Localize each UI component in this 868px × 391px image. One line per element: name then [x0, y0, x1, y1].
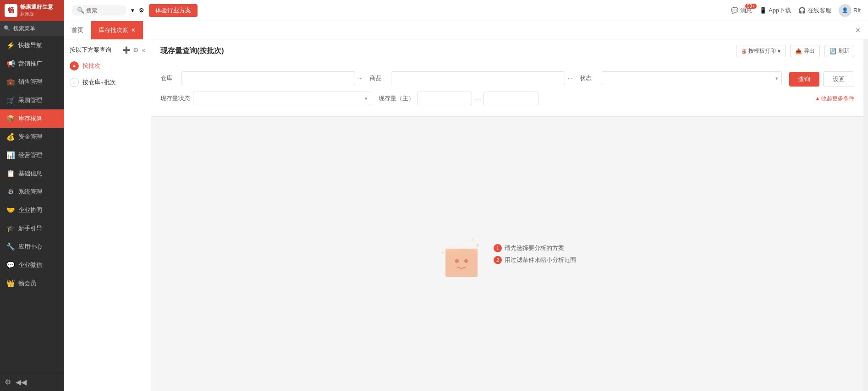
- product-more-icon[interactable]: ···: [568, 75, 572, 81]
- sidebar-item-wechat[interactable]: 💬 企业微信: [0, 256, 64, 274]
- status-select[interactable]: [601, 71, 782, 85]
- collapse-icon[interactable]: ◀◀: [16, 378, 27, 386]
- status-label: 状态: [580, 74, 598, 82]
- sidebar-item-enterprise[interactable]: 🤝 企业协同: [0, 201, 64, 219]
- sidebar-item-operations[interactable]: 📊 经营管理: [0, 146, 64, 164]
- stock-status-label: 现存量状态: [160, 94, 190, 103]
- purchase-icon: 🛒: [6, 96, 15, 104]
- stock-status-filter: 现存量状态: [160, 92, 371, 105]
- stock-status-select[interactable]: [193, 92, 371, 105]
- message-icon: 💬: [731, 7, 738, 14]
- refresh-btn[interactable]: 🔄 刷新: [824, 45, 854, 57]
- settings-icon[interactable]: ⚙: [5, 378, 11, 386]
- panel-header-title: 按以下方案查询: [70, 46, 111, 54]
- page-title: 现存量查询(按批次): [160, 46, 224, 56]
- warehouse-more-icon[interactable]: ···: [358, 75, 363, 81]
- status-filter: 状态: [580, 71, 782, 85]
- stock-amount-min[interactable]: [417, 92, 472, 105]
- basic-info-icon: 📋: [6, 169, 15, 178]
- step-2-num: 2: [494, 256, 502, 264]
- warehouse-batch-scheme-icon: ○: [70, 78, 79, 87]
- tab-close-icon[interactable]: ✕: [131, 27, 136, 33]
- refresh-icon: 🔄: [830, 48, 836, 54]
- search-menu[interactable]: 🔍 搜索菜单: [0, 21, 64, 36]
- empty-svg: ✦ ✦ ✦: [439, 231, 489, 282]
- sidebar-item-label: 企业协同: [18, 206, 42, 214]
- sidebar-header: 畅 畅康通好生意 标准版: [0, 0, 64, 21]
- search-menu-label: 搜索菜单: [13, 25, 35, 33]
- left-panel: 按以下方案查询 ➕ ⚙ « ● 按批次 ○ 按仓库+批次: [64, 39, 151, 391]
- right-scrollbar[interactable]: [863, 39, 868, 391]
- filter-area: 仓库 ··· 商品 ··· 状态: [151, 63, 863, 117]
- sidebar-item-label: 新手引导: [18, 224, 42, 233]
- step-1-text: 请先选择要分析的方案: [505, 244, 564, 252]
- finance-icon: 💰: [6, 133, 15, 141]
- svg-point-4: [455, 259, 459, 263]
- refresh-label: 刷新: [838, 47, 849, 55]
- sidebar-item-system[interactable]: ⚙ 系统管理: [0, 183, 64, 201]
- stock-amount-filter: 现存量（主） —: [379, 92, 589, 105]
- sidebar-item-purchase[interactable]: 🛒 采购管理: [0, 91, 64, 109]
- sidebar-item-vip[interactable]: 👑 畅会员: [0, 274, 64, 293]
- print-btn[interactable]: 🖨 按模板打印 ▾: [736, 45, 786, 57]
- print-icon: 🖨: [741, 48, 747, 54]
- sidebar-item-label: 基础信息: [18, 169, 42, 178]
- topbar-gear-icon[interactable]: ⚙: [139, 7, 144, 14]
- svg-text:✦: ✦: [471, 238, 474, 242]
- warehouse-input[interactable]: [181, 71, 355, 85]
- empty-step-1: 1 请先选择要分析的方案: [494, 244, 576, 252]
- product-filter: 商品 ···: [370, 71, 572, 85]
- marketing-icon: 📢: [6, 60, 15, 68]
- sidebar-item-label: 营销推广: [18, 60, 42, 68]
- app-download-btn[interactable]: 📱 App下载: [759, 6, 791, 15]
- messages-badge: 99+: [745, 4, 757, 9]
- settings-button[interactable]: 设置: [823, 71, 854, 87]
- phone-icon: 📱: [759, 7, 767, 14]
- main-area: 🔍 ▾ ⚙ 体验行业方案 💬 消息 99+ 📱 App下载 🎧 在线客服 👤 R: [64, 0, 868, 391]
- export-icon: 📤: [795, 48, 802, 54]
- stock-amount-max[interactable]: [483, 92, 538, 105]
- tabbar: 首页 库存批次账 ✕ ✕: [64, 21, 868, 39]
- tab-home[interactable]: 首页: [64, 21, 91, 39]
- sidebar-item-marketing[interactable]: 📢 营销推广: [0, 54, 64, 73]
- tab-inventory-batch-label: 库存批次账: [99, 26, 128, 34]
- sidebar-item-inventory[interactable]: 📦 库存核算: [0, 109, 64, 128]
- sidebar-item-apps[interactable]: 🔧 应用中心: [0, 238, 64, 256]
- online-service-label: 在线客服: [808, 6, 831, 15]
- topbar-actions: 💬 消息 99+ 📱 App下载 🎧 在线客服 👤 Rit: [731, 4, 861, 17]
- step-2-text: 用过滤条件来缩小分析范围: [505, 256, 576, 264]
- sidebar-item-finance[interactable]: 💰 资金管理: [0, 128, 64, 146]
- online-service-btn[interactable]: 🎧 在线客服: [798, 6, 831, 15]
- tabbar-close-icon[interactable]: ✕: [855, 27, 861, 34]
- sidebar-item-newbie[interactable]: 🎓 新手引导: [0, 219, 64, 238]
- product-input[interactable]: [391, 71, 565, 85]
- messages-btn[interactable]: 💬 消息 99+: [731, 6, 752, 15]
- empty-text: 1 请先选择要分析的方案 2 用过滤条件来缩小分析范围: [494, 244, 576, 264]
- page-header-actions: 🖨 按模板打印 ▾ 📤 导出 🔄 刷新: [736, 45, 854, 57]
- topbar-search-input[interactable]: [86, 7, 123, 14]
- sidebar-item-shortcuts[interactable]: ⚡ 快捷导航: [0, 36, 64, 54]
- trial-button[interactable]: 体验行业方案: [149, 4, 198, 17]
- export-btn[interactable]: 📤 导出: [790, 45, 820, 57]
- sidebar-item-sales[interactable]: 💼 销售管理: [0, 73, 64, 91]
- sidebar-item-label: 应用中心: [18, 243, 42, 251]
- collapse-filter-btn[interactable]: ▲ 收起更多条件: [815, 95, 854, 103]
- sidebar-item-label: 快捷导航: [18, 41, 42, 49]
- topbar-dropdown-icon[interactable]: ▾: [131, 7, 134, 14]
- add-scheme-icon[interactable]: ➕: [122, 46, 130, 54]
- sidebar-item-basic-info[interactable]: 📋 基础信息: [0, 164, 64, 183]
- print-dropdown-icon[interactable]: ▾: [778, 48, 780, 54]
- panel-item-by-warehouse-batch[interactable]: ○ 按仓库+批次: [64, 74, 151, 91]
- svg-rect-3: [445, 249, 478, 253]
- query-button[interactable]: 查询: [789, 72, 819, 87]
- panel-item-by-batch[interactable]: ● 按批次: [64, 58, 151, 74]
- tab-inventory-batch[interactable]: 库存批次账 ✕: [91, 21, 143, 39]
- collapse-panel-icon[interactable]: «: [142, 46, 145, 54]
- user-avatar[interactable]: 👤 Rit: [839, 4, 861, 17]
- svg-point-5: [464, 259, 468, 263]
- empty-step-2: 2 用过滤条件来缩小分析范围: [494, 256, 576, 264]
- sidebar: 畅 畅康通好生意 标准版 🔍 搜索菜单 ⚡ 快捷导航 📢 营销推广 💼 销售管理…: [0, 0, 64, 391]
- topbar-search[interactable]: 🔍: [71, 5, 126, 16]
- settings-scheme-icon[interactable]: ⚙: [133, 46, 139, 54]
- content-area: 按以下方案查询 ➕ ⚙ « ● 按批次 ○ 按仓库+批次 现存量查询(按批次): [64, 39, 868, 391]
